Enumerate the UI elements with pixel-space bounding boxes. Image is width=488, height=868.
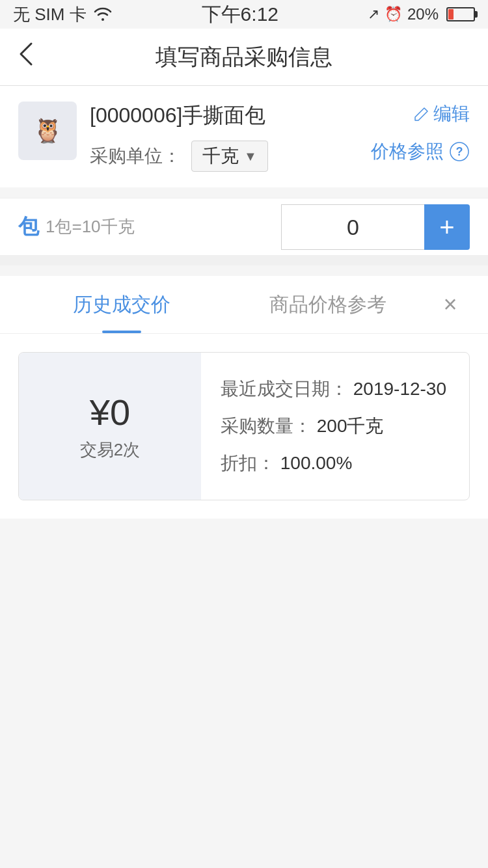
status-bar: 无 SIM 卡 下午6:12 ↗ ⏰ 20% [0,0,488,29]
history-content: ¥0 交易2次 最近成交日期： 2019-12-30 采购数量： 200千克 折… [0,334,488,519]
quantity-plus-button[interactable]: + [424,204,470,250]
quantity-detail-label: 采购数量： [221,416,312,436]
back-button[interactable] [18,41,34,73]
battery-percent: 20% [407,5,439,23]
tab-close-button[interactable]: × [431,276,470,333]
trade-count: 交易2次 [80,439,140,461]
edit-button[interactable]: 编辑 [414,102,470,126]
time-display: 下午6:12 [202,1,278,28]
status-left: 无 SIM 卡 [13,3,113,26]
nav-bar: 填写商品采购信息 [0,29,488,86]
quantity-label: 包 1包=10千克 [18,213,135,241]
price-right: 最近成交日期： 2019-12-30 采购数量： 200千克 折扣： 100.0… [201,353,469,500]
svg-text:?: ? [456,145,463,158]
discount-row: 折扣： 100.00% [221,450,450,476]
wifi-icon [93,7,113,22]
quantity-detail-row: 采购数量： 200千克 [221,413,450,439]
discount-label: 折扣： [221,453,275,473]
alarm-icon: ⏰ [385,6,402,23]
product-name: [0000006]手撕面包 [90,102,358,130]
help-icon: ? [449,141,470,162]
edit-icon [414,106,429,122]
price-card: ¥0 交易2次 最近成交日期： 2019-12-30 采购数量： 200千克 折… [18,352,470,500]
quantity-controls: + [281,204,470,250]
status-right: ↗ ⏰ 20% [368,5,475,23]
price-ref-button[interactable]: 价格参照 ? [371,139,470,164]
unit-hint: 1包=10千克 [46,215,135,238]
date-row: 最近成交日期： 2019-12-30 [221,376,450,401]
unit-select[interactable]: 千克 ▼ [191,141,268,172]
product-header: 🦉 [0000006]手撕面包 采购单位： 千克 ▼ 编辑 [18,102,470,172]
tab-bar: 历史成交价 商品价格参考 × [0,276,488,334]
quantity-row: 包 1包=10千克 + [0,198,488,255]
price-left: ¥0 交易2次 [19,353,201,500]
product-info: 🦉 [0000006]手撕面包 采购单位： 千克 ▼ [18,102,358,172]
page-title: 填写商品采购信息 [156,42,332,72]
product-unit-row: 采购单位： 千克 ▼ [90,141,358,172]
carrier-text: 无 SIM 卡 [13,3,87,26]
tab-section: 历史成交价 商品价格参考 × ¥0 交易2次 最近成交日期： 2019-12-3… [0,276,488,519]
product-details: [0000006]手撕面包 采购单位： 千克 ▼ [90,102,358,172]
product-logo: 🦉 [18,102,77,160]
price-value: ¥0 [90,391,130,433]
separator [0,255,488,265]
unit-dropdown-arrow: ▼ [244,149,257,164]
tab-history-price[interactable]: 历史成交价 [18,276,224,333]
plus-icon: + [439,214,454,240]
quantity-input[interactable] [281,204,424,250]
date-value: 2019-12-30 [353,379,446,399]
unit-label: 采购单位： [90,144,181,169]
unit-icon: 包 [18,213,39,241]
tab-product-price-ref[interactable]: 商品价格参考 [224,276,431,333]
logo-icon: 🦉 [33,117,62,144]
location-icon: ↗ [368,6,379,23]
unit-value: 千克 [202,144,239,169]
discount-value: 100.00% [280,453,353,473]
quantity-detail-value: 200千克 [317,416,384,436]
product-card: 🦉 [0000006]手撕面包 采购单位： 千克 ▼ 编辑 [0,86,488,187]
battery-icon [446,7,475,21]
date-label: 最近成交日期： [221,379,348,399]
